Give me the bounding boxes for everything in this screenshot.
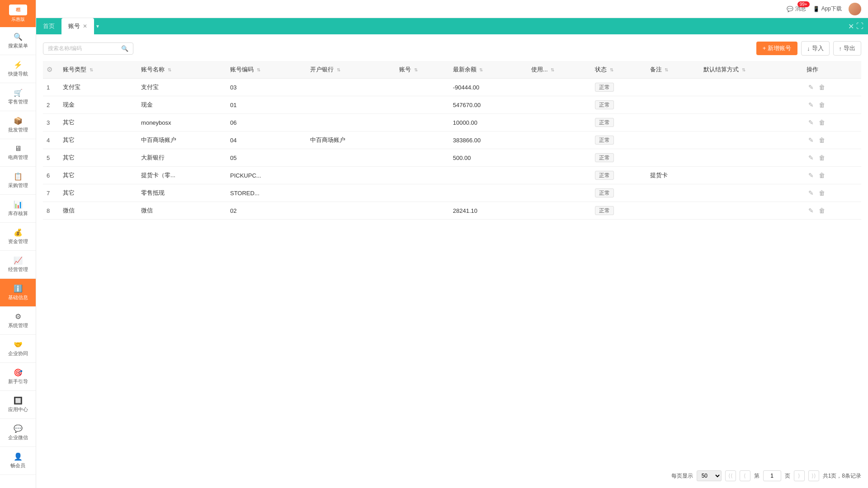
edit-button[interactable]: ✎ [807,100,816,109]
page-last-button[interactable]: ⟩⟩ [808,470,819,481]
search-box[interactable]: 🔍 [43,42,133,55]
delete-button[interactable]: 🗑 [817,206,827,215]
sidebar-item-app-center[interactable]: 🔲 应用中心 [0,391,36,419]
page-next-button[interactable]: ⟩ [794,470,805,481]
delete-button[interactable]: 🗑 [817,188,827,197]
page-input[interactable] [763,470,781,481]
tab-maximize-button[interactable]: ⛶ [856,22,863,30]
sort-icon[interactable]: ⇅ [337,67,340,72]
sidebar-item-inventory[interactable]: 📊 库存核算 [0,195,36,223]
row-balance: 10000.00 [449,114,528,131]
row-balance: 547670.00 [449,96,528,114]
per-page-select[interactable]: 50 20 100 [697,470,722,481]
delete-button[interactable]: 🗑 [817,118,827,127]
row-code: STORED... [226,184,307,202]
sort-icon[interactable]: ⇅ [551,67,554,72]
user-avatar[interactable] [849,3,861,15]
sidebar-item-operations[interactable]: 📈 经营管理 [0,251,36,279]
per-page-label: 每页显示 [671,472,693,480]
sidebar-item-quicknav[interactable]: ⚡ 快捷导航 [0,55,36,83]
row-balance [449,167,528,184]
sidebar-item-enterprise-collab[interactable]: 🤝 企业协同 [0,335,36,363]
sort-icon[interactable]: ⇅ [168,67,171,72]
sidebar-item-label: 企业协同 [8,350,28,357]
row-remark [646,79,700,96]
sidebar-item-system[interactable]: ⚙ 系统管理 [0,307,36,335]
status-badge: 正常 [595,100,614,109]
table-row: 8 微信 微信 02 28241.10 正常 ✎ 🗑 [43,202,861,220]
row-usage [528,131,591,149]
guide-icon: 🎯 [14,368,23,377]
table-row: 7 其它 零售抵现 STORED... 正常 ✎ 🗑 [43,184,861,202]
row-account [396,96,449,114]
sidebar-item-member[interactable]: 👤 畅会员 [0,447,36,475]
delete-button[interactable]: 🗑 [817,83,827,92]
edit-button[interactable]: ✎ [807,136,816,145]
table-row: 2 现金 现金 01 547670.00 正常 ✎ 🗑 [43,96,861,114]
tab-minimize-button[interactable]: ✕ [848,22,854,31]
sidebar-item-wholesale[interactable]: 📦 批发管理 [0,111,36,139]
sort-icon[interactable]: ⇅ [90,67,93,72]
edit-button[interactable]: ✎ [807,118,816,127]
sort-icon[interactable]: ⇅ [665,67,668,72]
page-first-button[interactable]: ⟨⟨ [725,470,736,481]
row-num: 7 [43,184,59,202]
row-balance: 500.00 [449,149,528,167]
row-remark [646,202,700,220]
enterprise-wechat-icon: 💬 [14,424,23,433]
search-menu-icon: 🔍 [14,33,23,41]
sidebar-item-search[interactable]: 🔍 搜索菜单 [0,27,36,55]
sidebar-item-enterprise-wechat[interactable]: 💬 企业微信 [0,419,36,447]
sort-icon[interactable]: ⇅ [257,67,260,72]
tab-accounts[interactable]: 账号 ✕ [61,18,94,34]
sidebar-item-guide[interactable]: 🎯 新手引导 [0,363,36,391]
sidebar-item-purchase[interactable]: 📋 采购管理 [0,167,36,195]
edit-button[interactable]: ✎ [807,206,816,215]
row-name: moneybosx [137,114,226,131]
tabbar-right: ✕ ⛶ [848,22,868,31]
add-account-button[interactable]: + 新增账号 [756,42,797,55]
edit-button[interactable]: ✎ [807,153,816,162]
message-button[interactable]: 💬 消息 99+ [787,5,806,13]
col-account-type: 账号类型 ⇅ [59,61,137,79]
row-bank [307,167,396,184]
sort-icon[interactable]: ⇅ [742,67,745,72]
delete-button[interactable]: 🗑 [817,171,827,180]
row-code: 01 [226,96,307,114]
tab-home[interactable]: 首页 [36,18,61,34]
row-account [396,202,449,220]
row-remark: 提货卡 [646,167,700,184]
sidebar-item-label: 快捷导航 [8,70,28,77]
sidebar-item-retail[interactable]: 🛒 零售管理 [0,83,36,111]
column-settings-icon[interactable]: ⚙ [47,66,52,73]
export-button[interactable]: ↑ 导出 [833,41,862,56]
page-prev-button[interactable]: ⟨ [740,470,750,481]
operations-icon: 📈 [14,256,23,265]
sidebar-item-finance[interactable]: 💰 资金管理 [0,223,36,251]
app-center-icon: 🔲 [14,396,23,405]
tab-close-icon[interactable]: ✕ [83,23,87,29]
delete-button[interactable]: 🗑 [817,153,827,162]
edit-button[interactable]: ✎ [807,188,816,197]
row-status: 正常 [591,149,646,167]
status-badge: 正常 [595,136,614,145]
table-header-row: ⚙ 账号类型 ⇅ 账号名称 ⇅ 账号编码 ⇅ [43,61,861,79]
sidebar-item-label: 批发管理 [8,127,28,133]
edit-button[interactable]: ✎ [807,171,816,180]
tab-expand-icon[interactable]: ▾ [96,23,99,29]
sort-icon[interactable]: ⇅ [610,67,613,72]
search-input[interactable] [48,45,121,52]
logo-text: 乐惠版 [11,16,25,23]
row-remark [646,149,700,167]
sidebar-item-basic-info[interactable]: ℹ️ 基础信息 [0,279,36,307]
import-button[interactable]: ↓ 导入 [801,41,830,56]
edit-button[interactable]: ✎ [807,83,816,92]
delete-button[interactable]: 🗑 [817,136,827,145]
sort-icon[interactable]: ⇅ [479,67,483,72]
delete-button[interactable]: 🗑 [817,100,827,109]
app-download-button[interactable]: 📱 App下载 [813,5,842,13]
sort-icon[interactable]: ⇅ [414,67,418,72]
status-badge: 正常 [595,153,614,162]
wholesale-icon: 📦 [14,117,23,125]
sidebar-item-ecommerce[interactable]: 🖥 电商管理 [0,139,36,167]
